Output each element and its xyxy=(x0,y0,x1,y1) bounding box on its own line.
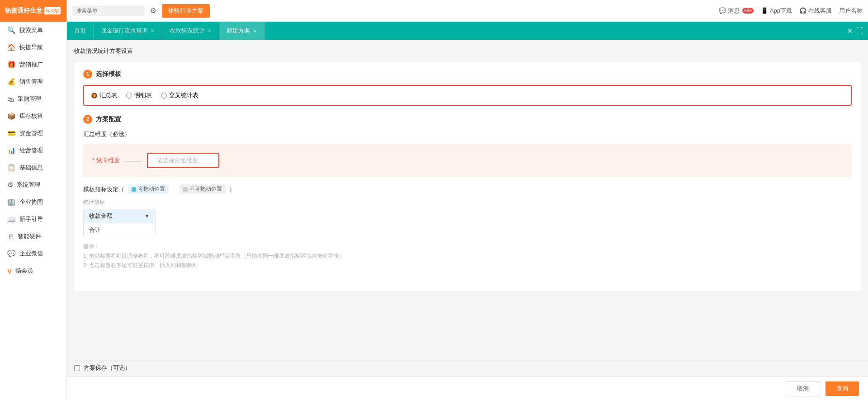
message-badge: 99+ xyxy=(742,8,754,14)
sidebar-item-fund[interactable]: 💳 资金管理 xyxy=(0,125,66,142)
save-label: 方案保存（可选） xyxy=(84,364,131,372)
maximize-icon[interactable]: ⛶ xyxy=(856,27,863,35)
top-header: ⚙ 体验行业方案 💬 消息 99+ 📱 App下载 🎧 在线客服 用户名称 xyxy=(67,0,868,22)
radio-detail-input[interactable] xyxy=(126,93,132,99)
dimension-title-text: 汇总维度（必选） xyxy=(83,131,130,137)
tab-bank-flow[interactable]: 现金银行流水查询 ✕ xyxy=(94,22,162,40)
sidebar-item-quick-nav[interactable]: 🏠 快捷导航 xyxy=(0,39,66,56)
tab-spacer xyxy=(264,22,842,40)
header-left: ⚙ 体验行业方案 xyxy=(72,4,210,18)
sidebar-item-basic-info[interactable]: 📋 基础信息 xyxy=(0,159,66,176)
radio-detail[interactable]: 明细表 xyxy=(126,91,152,99)
app-download-action[interactable]: 📱 App下载 xyxy=(761,7,792,15)
newbie-icon: 📖 xyxy=(7,215,16,223)
sidebar-item-label: 销售管理 xyxy=(19,78,43,86)
indicator-row-label: 合计 xyxy=(89,226,101,233)
tab-collection-stats[interactable]: 收款情况统计 ✕ xyxy=(162,22,219,40)
industry-btn[interactable]: 体验行业方案 xyxy=(162,4,210,18)
gear-icon[interactable]: ⚙ xyxy=(150,6,156,15)
non-draggable-label: 不可拖动位置 xyxy=(189,185,222,193)
header-right: 💬 消息 99+ 📱 App下载 🎧 在线客服 用户名称 xyxy=(719,7,863,15)
close-tab-collection-icon[interactable]: ✕ xyxy=(208,28,212,34)
sidebar-item-label: 快捷导航 xyxy=(19,43,43,52)
enterprise-icon: 🏢 xyxy=(7,198,16,206)
sidebar-item-search-menu[interactable]: 🔍 搜索菜单 xyxy=(0,22,66,39)
sidebar-item-weixin[interactable]: 💬 企业微信 xyxy=(0,245,66,262)
dimension-row: * 纵向维度 —— 请选择分组维度 xyxy=(92,153,843,168)
sidebar-item-enterprise[interactable]: 🏢 企业协同 xyxy=(0,193,66,211)
sidebar-item-member[interactable]: V 畅会员 xyxy=(0,262,66,279)
sidebar-item-smart-hw[interactable]: 🖥 智能硬件 xyxy=(0,228,66,245)
sidebar-item-label: 畅会员 xyxy=(15,267,33,275)
inventory-icon: 📦 xyxy=(7,112,16,120)
system-icon: ⚙ xyxy=(7,181,13,189)
basic-info-icon: 📋 xyxy=(7,164,16,172)
tab-collection-stats-label: 收款情况统计 xyxy=(170,27,205,35)
tip-item-2: 2. 点击标题栏下拉可设置排序、插入列和删除列 xyxy=(83,262,852,269)
close-tab-bank-flow-icon[interactable]: ✕ xyxy=(151,28,155,34)
radio-group: 汇总表 明细表 交叉统计表 xyxy=(91,91,198,99)
radio-cross-input[interactable] xyxy=(161,93,167,99)
sidebar-item-label: 企业协同 xyxy=(19,198,43,206)
tip-item-1: 1. 拖动标题栏可以调整布局，不可跨维度或指标区域拖动栏目字段（只能在同一维度或… xyxy=(83,252,852,260)
sidebar-item-business[interactable]: 📊 经营管理 xyxy=(0,142,66,159)
tab-home[interactable]: 首页 xyxy=(67,22,94,40)
indicator-settings: 模板指标设定（ 可拖动位置 不可拖动位置 ） xyxy=(83,184,852,277)
purchase-icon: 🛍 xyxy=(7,95,14,103)
indicator-col-header[interactable]: 收款金额 ▼ xyxy=(84,209,155,223)
sidebar-item-label: 系统管理 xyxy=(17,181,40,189)
footer-bar: 取消 查询 xyxy=(67,376,868,400)
dimension-config: 汇总维度（必选） * 纵向维度 —— 请选择分组维度 xyxy=(83,130,852,177)
user-info: 用户名称 xyxy=(839,7,863,15)
sidebar-item-inventory[interactable]: 📦 库存核算 xyxy=(0,108,66,125)
message-label: 消息 xyxy=(728,7,740,15)
radio-cross[interactable]: 交叉统计表 xyxy=(161,91,198,99)
sidebar-item-label: 库存核算 xyxy=(19,112,43,120)
query-button[interactable]: 查询 xyxy=(826,381,859,396)
gift-icon: 🎁 xyxy=(7,61,16,69)
cancel-button[interactable]: 取消 xyxy=(786,381,820,396)
sales-icon: 💰 xyxy=(7,78,16,86)
radio-summary-label: 汇总表 xyxy=(99,91,117,99)
sidebar-item-label: 资金管理 xyxy=(19,129,43,137)
radio-summary-input[interactable] xyxy=(91,93,97,99)
non-draggable-dot xyxy=(183,187,188,192)
tab-bar: 首页 现金银行流水查询 ✕ 收款情况统计 ✕ 新建方案 ✕ ✕ ⛶ xyxy=(67,22,868,40)
indicator-dropdown-icon[interactable]: ▼ xyxy=(144,213,150,219)
dimension-dropdown[interactable]: 请选择分组维度 xyxy=(147,153,219,168)
indicator-label-area: 统计指标 收款金额 ▼ 合计 xyxy=(83,198,156,237)
tab-bank-flow-label: 现金银行流水查询 xyxy=(101,27,148,35)
arrow-icon: —— xyxy=(125,156,142,165)
page-breadcrumb: 收款情况统计方案设置 xyxy=(74,47,861,55)
radio-summary[interactable]: 汇总表 xyxy=(91,91,117,99)
sidebar-item-label: 营销推广 xyxy=(19,61,43,69)
sidebar-item-sales[interactable]: 💰 销售管理 xyxy=(0,73,66,90)
message-icon: 💬 xyxy=(719,7,726,14)
sidebar-item-label: 采购管理 xyxy=(18,95,41,103)
tab-new-plan-label: 新建方案 xyxy=(226,27,250,35)
sidebar-item-newbie[interactable]: 📖 新手引导 xyxy=(0,211,66,228)
online-service-action[interactable]: 🎧 在线客服 xyxy=(799,7,832,15)
draggable-label: 可拖动位置 xyxy=(138,185,165,193)
main-area: ⚙ 体验行业方案 💬 消息 99+ 📱 App下载 🎧 在线客服 用户名称 首页 xyxy=(67,0,868,400)
radio-detail-label: 明细表 xyxy=(134,91,152,99)
service-icon: 🎧 xyxy=(799,7,807,14)
message-action[interactable]: 💬 消息 99+ xyxy=(719,7,754,15)
indicator-header: 模板指标设定（ 可拖动位置 不可拖动位置 ） xyxy=(83,184,852,194)
stat-indicator-label: 统计指标 xyxy=(83,198,156,206)
online-service-label: 在线客服 xyxy=(808,7,832,15)
step1-container: 1 选择模板 汇总表 明细表 xyxy=(83,70,852,106)
content-area: 收款情况统计方案设置 1 选择模板 汇总表 xyxy=(67,40,868,376)
tab-home-label: 首页 xyxy=(74,27,86,35)
tab-new-plan[interactable]: 新建方案 ✕ xyxy=(219,22,264,40)
save-checkbox[interactable] xyxy=(74,365,80,371)
close-window-icon[interactable]: ✕ xyxy=(847,27,853,35)
sidebar-item-marketing[interactable]: 🎁 营销推广 xyxy=(0,56,66,73)
step2-title: 方案配置 xyxy=(96,115,121,123)
close-tab-new-plan-icon[interactable]: ✕ xyxy=(253,28,257,34)
sidebar-item-label: 新手引导 xyxy=(19,215,43,223)
search-input[interactable] xyxy=(72,6,145,16)
indicator-title-close: ） xyxy=(229,185,235,193)
sidebar-item-system[interactable]: ⚙ 系统管理 xyxy=(0,176,66,193)
sidebar-item-purchase[interactable]: 🛍 采购管理 xyxy=(0,90,66,108)
